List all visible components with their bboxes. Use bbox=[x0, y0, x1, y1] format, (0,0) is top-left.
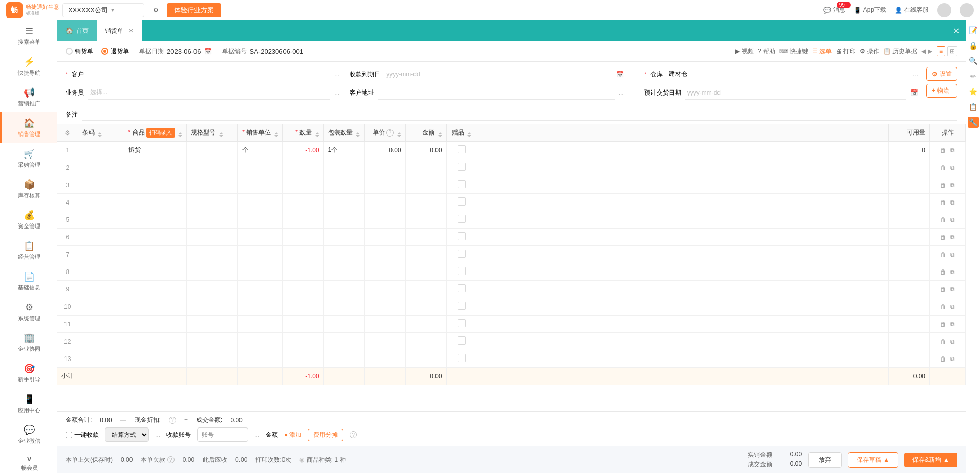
cell-gift[interactable] bbox=[446, 298, 477, 316]
save-new-arrow[interactable]: ▲ bbox=[943, 456, 949, 463]
cell-price[interactable] bbox=[364, 159, 405, 176]
sidebar-item-purchase[interactable]: 🛒 采购管理 bbox=[0, 143, 57, 174]
online-service-btn[interactable]: 👤 在线客服 bbox=[895, 6, 929, 14]
list-view-btn[interactable]: ≡ bbox=[937, 46, 945, 56]
cell-unit[interactable] bbox=[238, 194, 282, 211]
next-arrow[interactable]: ▶ bbox=[928, 48, 932, 55]
gift-sort[interactable] bbox=[467, 132, 471, 137]
cell-goods[interactable] bbox=[124, 229, 187, 246]
unit-sort[interactable] bbox=[274, 132, 278, 137]
cell-amount[interactable] bbox=[405, 229, 446, 246]
cell-barcode[interactable] bbox=[78, 316, 124, 333]
cell-pack[interactable] bbox=[323, 298, 364, 316]
cell-pack[interactable] bbox=[323, 263, 364, 281]
customer-dots[interactable]: ... bbox=[334, 71, 339, 78]
cell-amount[interactable]: 0.00 bbox=[405, 142, 446, 159]
action-help[interactable]: ? 帮助 bbox=[758, 47, 775, 56]
cell-barcode[interactable] bbox=[78, 298, 124, 316]
cell-price[interactable] bbox=[364, 246, 405, 263]
account-input[interactable] bbox=[197, 427, 248, 442]
th-settings[interactable]: ⚙ bbox=[57, 124, 78, 142]
right-panel-btn-2[interactable]: 🔒 bbox=[968, 40, 979, 51]
cell-barcode[interactable] bbox=[78, 211, 124, 229]
sidebar-item-inventory[interactable]: 📦 库存核算 bbox=[0, 174, 57, 205]
cell-qty[interactable] bbox=[282, 229, 323, 246]
settlement-select[interactable]: 结算方式 bbox=[105, 427, 149, 442]
save-draft-btn[interactable]: 保存草稿 ▲ bbox=[848, 452, 898, 468]
pack-sort[interactable] bbox=[356, 132, 360, 137]
cell-gift[interactable] bbox=[446, 281, 477, 298]
discount-help-icon[interactable]: ? bbox=[169, 417, 176, 424]
cell-pack[interactable] bbox=[323, 176, 364, 194]
delete-icon[interactable]: 🗑 bbox=[940, 286, 946, 293]
copy-icon[interactable]: ⧉ bbox=[950, 234, 955, 241]
abandon-btn[interactable]: 放弃 bbox=[808, 452, 842, 468]
sidebar-item-member[interactable]: V 畅会员 bbox=[0, 450, 57, 473]
cell-qty[interactable] bbox=[282, 281, 323, 298]
setup-btn[interactable]: ⚙ 设置 bbox=[926, 67, 957, 81]
company-selector[interactable]: XXXXXX公司 ▼ bbox=[62, 3, 144, 17]
cell-spec[interactable] bbox=[187, 281, 238, 298]
cell-goods[interactable] bbox=[124, 350, 187, 368]
settings-icon-btn[interactable]: ⚙ bbox=[148, 3, 163, 17]
cell-amount[interactable] bbox=[405, 194, 446, 211]
copy-icon[interactable]: ⧉ bbox=[950, 199, 955, 206]
add-payment-btn[interactable]: ● 添加 bbox=[284, 431, 301, 439]
delete-icon[interactable]: 🗑 bbox=[940, 182, 946, 189]
cell-pack[interactable] bbox=[323, 333, 364, 350]
cell-unit[interactable]: 个 bbox=[238, 142, 282, 159]
amount-sort[interactable] bbox=[438, 132, 442, 137]
cell-price[interactable] bbox=[364, 194, 405, 211]
cell-pack[interactable] bbox=[323, 159, 364, 176]
delete-icon[interactable]: 🗑 bbox=[940, 303, 946, 310]
cell-qty[interactable] bbox=[282, 316, 323, 333]
payment-due-input[interactable]: yyyy-mm-dd bbox=[384, 67, 612, 81]
cell-spec[interactable] bbox=[187, 142, 238, 159]
prev-arrow[interactable]: ◀ bbox=[921, 48, 926, 55]
gift-checkbox[interactable] bbox=[458, 336, 466, 345]
right-panel-btn-1[interactable]: 📝 bbox=[968, 25, 979, 36]
sidebar-item-enterprise[interactable]: 🏢 企业协同 bbox=[0, 327, 57, 358]
cell-gift[interactable] bbox=[446, 246, 477, 263]
customer-addr-input[interactable] bbox=[378, 85, 614, 100]
expense-btn[interactable]: 费用分摊 bbox=[308, 429, 343, 441]
cell-pack[interactable] bbox=[323, 229, 364, 246]
cell-pack[interactable] bbox=[323, 281, 364, 298]
cell-amount[interactable] bbox=[405, 176, 446, 194]
logistics-btn[interactable]: + 物流 bbox=[926, 84, 957, 98]
gift-checkbox[interactable] bbox=[458, 250, 466, 258]
cell-price[interactable] bbox=[364, 229, 405, 246]
cell-spec[interactable] bbox=[187, 263, 238, 281]
save-new-btn[interactable]: 保存&新增 ▲ bbox=[904, 453, 957, 467]
cell-qty[interactable] bbox=[282, 176, 323, 194]
cell-barcode[interactable] bbox=[78, 350, 124, 368]
cell-amount[interactable] bbox=[405, 159, 446, 176]
settlement-dots[interactable]: ... bbox=[155, 431, 160, 438]
cell-price[interactable] bbox=[364, 211, 405, 229]
copy-icon[interactable]: ⧉ bbox=[950, 182, 955, 189]
cell-gift[interactable] bbox=[446, 176, 477, 194]
cell-amount[interactable] bbox=[405, 298, 446, 316]
cell-goods[interactable] bbox=[124, 298, 187, 316]
delete-icon[interactable]: 🗑 bbox=[940, 338, 946, 345]
cell-goods[interactable] bbox=[124, 263, 187, 281]
expected-delivery-calendar-icon[interactable]: 📅 bbox=[910, 89, 918, 96]
cell-price[interactable] bbox=[364, 316, 405, 333]
cell-goods[interactable] bbox=[124, 316, 187, 333]
cell-unit[interactable] bbox=[238, 263, 282, 281]
cell-spec[interactable] bbox=[187, 246, 238, 263]
cell-price[interactable] bbox=[364, 281, 405, 298]
salesperson-input[interactable]: 选择... bbox=[88, 85, 330, 100]
cell-goods[interactable] bbox=[124, 281, 187, 298]
cell-goods[interactable] bbox=[124, 159, 187, 176]
cell-unit[interactable] bbox=[238, 229, 282, 246]
delete-icon[interactable]: 🗑 bbox=[940, 147, 946, 154]
cell-barcode[interactable] bbox=[78, 159, 124, 176]
scan-btn[interactable]: 扫码录入 bbox=[146, 128, 175, 138]
date-calendar-icon[interactable]: 📅 bbox=[204, 48, 212, 55]
payment-help-icon[interactable]: ? bbox=[350, 431, 357, 438]
cell-gift[interactable] bbox=[446, 194, 477, 211]
delete-icon[interactable]: 🗑 bbox=[940, 199, 946, 206]
copy-icon[interactable]: ⧉ bbox=[950, 147, 955, 154]
cell-qty[interactable]: -1.00 bbox=[282, 142, 323, 159]
